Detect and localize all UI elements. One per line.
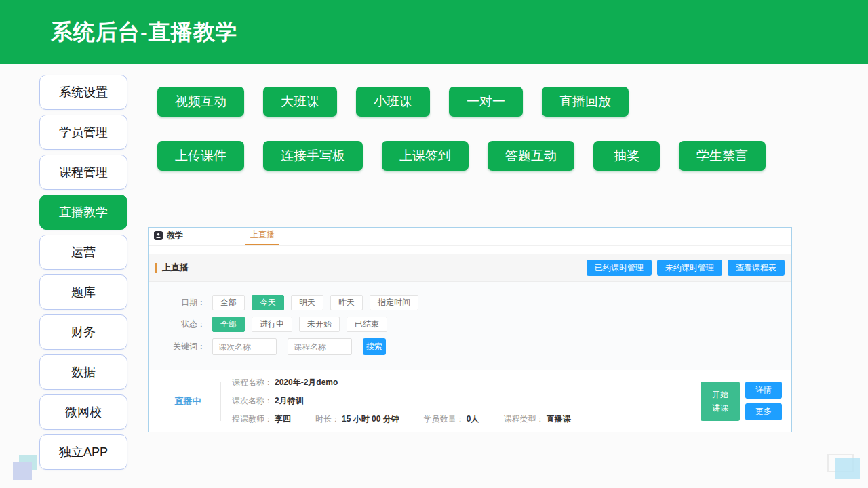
panel-tabbar: 教学 上直播 bbox=[149, 228, 791, 246]
students-pair: 学员数量： 0人 bbox=[424, 413, 479, 425]
session-name-value: 2月特训 bbox=[275, 395, 304, 407]
keyword-filter-label: 关键词： bbox=[163, 341, 205, 352]
sidebar-item-data[interactable]: 数据 bbox=[39, 354, 127, 390]
row-divider bbox=[220, 382, 221, 421]
teaching-icon bbox=[154, 231, 163, 240]
students-label: 学员数量： bbox=[424, 413, 465, 425]
duration-label: 时长： bbox=[315, 413, 340, 425]
sidebar-item-micro-school[interactable]: 微网校 bbox=[39, 394, 127, 430]
status-filter-label: 状态： bbox=[163, 319, 205, 330]
teacher-value: 李四 bbox=[275, 413, 291, 425]
sidebar-item-live-teaching[interactable]: 直播教学 bbox=[39, 195, 127, 230]
sidebar-item-standalone-app[interactable]: 独立APP bbox=[39, 434, 127, 470]
course-name-value: 2020年-2月demo bbox=[275, 377, 338, 388]
course-name-line: 课程名称： 2020年-2月demo bbox=[232, 377, 595, 388]
sidebar-item-course-management[interactable]: 课程管理 bbox=[39, 155, 127, 190]
course-meta-line: 授课教师： 李四 时长： 15 小时 00 分钟 学员数量： 0人 课程类型： … bbox=[232, 413, 595, 425]
decor-square-cyan-right bbox=[835, 458, 860, 479]
course-info: 课程名称： 2020年-2月demo 课次名称： 2月特训 授课教师： 李四 时… bbox=[232, 377, 595, 425]
course-list-row: 直播中 课程名称： 2020年-2月demo 课次名称： 2月特训 授课教师： … bbox=[149, 370, 791, 432]
sidebar-item-operations[interactable]: 运营 bbox=[39, 235, 127, 270]
date-chip-yesterday[interactable]: 昨天 bbox=[330, 295, 363, 310]
large-class-button[interactable]: 大班课 bbox=[263, 87, 337, 117]
feature-row-1: 视频互动 大班课 小班课 一对一 直播回放 bbox=[157, 87, 822, 117]
course-name-label: 课程名称： bbox=[232, 377, 273, 388]
class-signin-button[interactable]: 上课签到 bbox=[382, 141, 469, 171]
students-value: 0人 bbox=[467, 413, 479, 425]
live-replay-button[interactable]: 直播回放 bbox=[542, 87, 629, 117]
status-chip-ended[interactable]: 已结束 bbox=[347, 317, 387, 332]
upload-courseware-button[interactable]: 上传课件 bbox=[157, 141, 244, 171]
status-filter-row: 状态： 全部 进行中 未开始 已结束 bbox=[163, 317, 791, 332]
start-teaching-button[interactable]: 开始讲课 bbox=[701, 382, 740, 421]
date-chip-all[interactable]: 全部 bbox=[212, 295, 245, 310]
sidebar-item-finance[interactable]: 财务 bbox=[39, 314, 127, 350]
brand-label: 教学 bbox=[167, 230, 183, 241]
more-button[interactable]: 更多 bbox=[745, 403, 782, 420]
sidebar: 系统设置 学员管理 课程管理 直播教学 运营 题库 财务 数据 微网校 独立AP… bbox=[39, 75, 127, 470]
course-type-value: 直播课 bbox=[546, 413, 570, 425]
duration-pair: 时长： 15 小时 00 分钟 bbox=[315, 413, 399, 425]
session-name-label: 课次名称： bbox=[232, 395, 273, 407]
view-schedule-button[interactable]: 查看课程表 bbox=[728, 260, 785, 276]
section-accent-bar bbox=[155, 263, 157, 273]
course-name-input[interactable] bbox=[288, 338, 352, 355]
feature-buttons: 视频互动 大班课 小班课 一对一 直播回放 上传课件 连接手写板 上课签到 答题… bbox=[157, 87, 822, 171]
type-pair: 课程类型： 直播课 bbox=[503, 413, 570, 425]
duration-value: 15 小时 00 分钟 bbox=[342, 413, 399, 425]
course-row-actions: 开始讲课 详情 更多 bbox=[701, 382, 782, 421]
session-name-input[interactable] bbox=[212, 338, 277, 355]
sidebar-item-system-settings[interactable]: 系统设置 bbox=[39, 75, 127, 110]
status-chip-notstarted[interactable]: 未开始 bbox=[299, 317, 340, 332]
section-header: 上直播 已约课时管理 未约课时管理 查看课程表 bbox=[149, 254, 791, 282]
tab-live[interactable]: 上直播 bbox=[245, 229, 279, 245]
sidebar-item-question-bank[interactable]: 题库 bbox=[39, 274, 127, 310]
one-on-one-button[interactable]: 一对一 bbox=[449, 87, 523, 117]
connect-tablet-button[interactable]: 连接手写板 bbox=[263, 141, 363, 171]
date-chip-tomorrow[interactable]: 明天 bbox=[291, 295, 323, 310]
panel-actions: 已约课时管理 未约课时管理 查看课程表 bbox=[587, 260, 785, 276]
date-filter-row: 日期： 全部 今天 明天 昨天 指定时间 bbox=[163, 295, 791, 310]
section-title: 上直播 bbox=[155, 262, 189, 274]
status-badge-live: 直播中 bbox=[155, 395, 220, 407]
course-type-label: 课程类型： bbox=[503, 413, 544, 425]
row-action-stack: 详情 更多 bbox=[745, 382, 782, 420]
decor-square-lavender-left bbox=[13, 462, 32, 480]
section-title-text: 上直播 bbox=[162, 262, 189, 274]
date-chip-custom[interactable]: 指定时间 bbox=[370, 295, 418, 310]
lottery-button[interactable]: 抽奖 bbox=[593, 141, 660, 171]
panel-brand: 教学 bbox=[154, 230, 183, 245]
teacher-pair: 授课教师： 李四 bbox=[232, 413, 291, 425]
keyword-filter-row: 关键词： 搜索 bbox=[163, 338, 791, 355]
teacher-label: 授课教师： bbox=[232, 413, 273, 425]
booked-hours-button[interactable]: 已约课时管理 bbox=[587, 260, 652, 276]
app-header: 系统后台-直播教学 bbox=[0, 0, 868, 64]
page-title: 系统后台-直播教学 bbox=[0, 0, 868, 64]
video-interaction-button[interactable]: 视频互动 bbox=[157, 87, 244, 117]
date-chip-today[interactable]: 今天 bbox=[252, 295, 284, 310]
feature-row-2: 上传课件 连接手写板 上课签到 答题互动 抽奖 学生禁言 bbox=[157, 141, 822, 171]
unbooked-hours-button[interactable]: 未约课时管理 bbox=[657, 260, 722, 276]
live-admin-panel: 教学 上直播 上直播 已约课时管理 未约课时管理 查看课程表 日期： 全部 今天… bbox=[148, 227, 792, 432]
sidebar-item-student-management[interactable]: 学员管理 bbox=[39, 115, 127, 150]
filter-area: 日期： 全部 今天 明天 昨天 指定时间 状态： 全部 进行中 未开始 已结束 … bbox=[149, 282, 791, 370]
quiz-interaction-button[interactable]: 答题互动 bbox=[488, 141, 574, 171]
date-filter-label: 日期： bbox=[163, 297, 205, 308]
small-class-button[interactable]: 小班课 bbox=[356, 87, 430, 117]
status-chip-ongoing[interactable]: 进行中 bbox=[252, 317, 292, 332]
session-name-line: 课次名称： 2月特训 bbox=[232, 395, 595, 407]
detail-button[interactable]: 详情 bbox=[745, 382, 782, 399]
status-chip-all[interactable]: 全部 bbox=[212, 317, 245, 332]
search-button[interactable]: 搜索 bbox=[363, 338, 386, 355]
mute-student-button[interactable]: 学生禁言 bbox=[679, 141, 766, 171]
